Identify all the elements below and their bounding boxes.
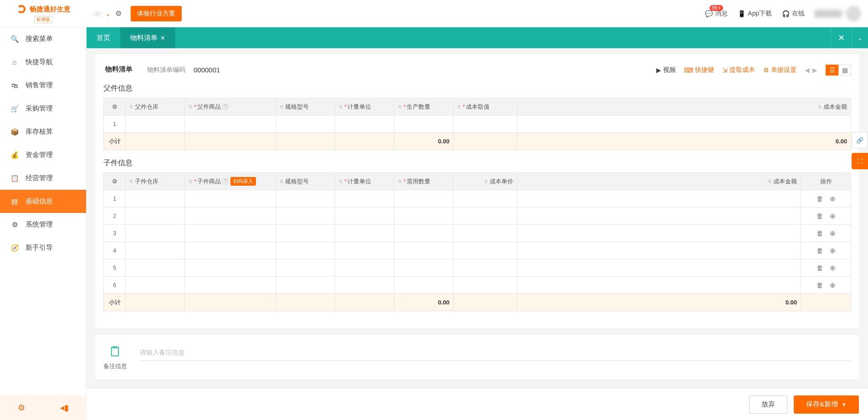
- child-row[interactable]: 1🗑⊕: [104, 190, 851, 207]
- delete-row-icon[interactable]: 🗑: [817, 195, 823, 203]
- col-child-costprice[interactable]: ⇅成本单价: [454, 173, 517, 190]
- help-icon[interactable]: ?: [222, 104, 229, 110]
- col-parent-costbasis[interactable]: ⇅*成本取值: [454, 98, 517, 116]
- column-settings-icon[interactable]: ⚙: [112, 178, 117, 185]
- view-card-button[interactable]: ▦: [838, 65, 851, 76]
- delete-row-icon[interactable]: 🗑: [817, 247, 823, 255]
- cell[interactable]: [126, 259, 185, 277]
- tab-more-button[interactable]: ⌄: [852, 27, 868, 48]
- close-all-tabs-button[interactable]: ✕: [831, 27, 852, 48]
- column-settings-icon[interactable]: ⚙: [112, 103, 117, 110]
- cell[interactable]: [394, 116, 454, 133]
- col-parent-spec[interactable]: ⇅规格型号: [276, 98, 335, 116]
- cell[interactable]: [454, 277, 517, 294]
- cell[interactable]: [394, 190, 454, 207]
- scan-input-badge[interactable]: 扫码录入: [230, 177, 256, 186]
- cell[interactable]: [335, 277, 394, 294]
- col-parent-warehouse[interactable]: ⇅父件仓库: [126, 98, 185, 116]
- cell[interactable]: [276, 116, 335, 133]
- cell[interactable]: [335, 190, 394, 207]
- col-child-warehouse[interactable]: ⇅子件仓库: [126, 173, 185, 190]
- add-row-icon[interactable]: ⊕: [830, 247, 836, 255]
- user-menu[interactable]: [815, 6, 861, 21]
- cell[interactable]: [454, 225, 517, 242]
- cell[interactable]: [517, 259, 801, 277]
- col-child-spec[interactable]: ⇅规格型号: [276, 173, 335, 190]
- child-row[interactable]: 2🗑⊕: [104, 207, 851, 225]
- cell[interactable]: [126, 190, 185, 207]
- messages-button[interactable]: 💬 消息 99 +: [705, 10, 728, 18]
- discard-button[interactable]: 放弃: [749, 395, 787, 414]
- company-selector[interactable]: — ⌄ ⚙: [93, 9, 122, 18]
- cell[interactable]: [126, 242, 185, 259]
- cell[interactable]: [517, 190, 801, 207]
- prev-record-button[interactable]: ◀: [805, 66, 810, 74]
- col-parent-product[interactable]: ⇅*父件商品?: [185, 98, 276, 116]
- view-list-button[interactable]: ☰: [826, 65, 838, 76]
- cell[interactable]: [454, 242, 517, 259]
- cell[interactable]: [185, 116, 276, 133]
- parent-row[interactable]: 1: [104, 116, 851, 133]
- cell[interactable]: [454, 116, 517, 133]
- cell[interactable]: [126, 116, 185, 133]
- cell[interactable]: [394, 259, 454, 277]
- col-parent-costamount[interactable]: ⇅成本金额: [517, 98, 851, 116]
- cell[interactable]: [335, 225, 394, 242]
- cell[interactable]: [517, 116, 851, 133]
- col-child-unit[interactable]: ⇅*计量单位: [335, 173, 394, 190]
- delete-row-icon[interactable]: 🗑: [817, 281, 823, 289]
- cell[interactable]: [126, 225, 185, 242]
- cell[interactable]: [185, 242, 276, 259]
- delete-row-icon[interactable]: 🗑: [817, 229, 823, 238]
- cell[interactable]: [276, 207, 335, 225]
- extract-cost-button[interactable]: ⇲提取成本: [722, 66, 755, 74]
- delete-row-icon[interactable]: 🗑: [817, 264, 823, 272]
- company-settings-icon[interactable]: ⚙: [115, 9, 122, 18]
- cell[interactable]: [454, 207, 517, 225]
- sidebar-item-purchase[interactable]: 🛒采购管理: [0, 97, 86, 120]
- col-parent-qty[interactable]: ⇅*生产数量: [394, 98, 454, 116]
- industry-plan-button[interactable]: 体验行业方案: [131, 6, 182, 21]
- col-parent-unit[interactable]: ⇅*计量单位: [335, 98, 394, 116]
- sidebar-item-inventory[interactable]: 📦库存核算: [0, 120, 86, 143]
- add-row-icon[interactable]: ⊕: [830, 195, 836, 203]
- cell[interactable]: [276, 242, 335, 259]
- online-support-button[interactable]: 🎧 在线: [782, 10, 805, 18]
- cell[interactable]: [185, 190, 276, 207]
- cell[interactable]: [335, 207, 394, 225]
- cell[interactable]: [517, 277, 801, 294]
- cell[interactable]: [126, 277, 185, 294]
- attachment-button[interactable]: 🔗: [852, 132, 868, 148]
- cell[interactable]: [276, 277, 335, 294]
- cell[interactable]: [185, 225, 276, 242]
- add-row-icon[interactable]: ⊕: [830, 212, 836, 220]
- cell[interactable]: [185, 207, 276, 225]
- tab-bom[interactable]: 物料清单 ✕: [120, 27, 175, 48]
- tab-close-icon[interactable]: ✕: [160, 35, 165, 41]
- child-row[interactable]: 4🗑⊕: [104, 242, 851, 259]
- fullscreen-button[interactable]: ⛶: [852, 153, 868, 169]
- col-child-qty[interactable]: ⇅*需用数量: [394, 173, 454, 190]
- cell[interactable]: [394, 207, 454, 225]
- shortcut-button[interactable]: ⌨快捷键: [684, 66, 714, 74]
- cell[interactable]: [185, 259, 276, 277]
- sidebar-item-basicinfo[interactable]: ▤基础信息: [0, 190, 86, 213]
- cell[interactable]: [394, 277, 454, 294]
- next-record-button[interactable]: ▶: [812, 66, 817, 74]
- col-child-product[interactable]: ⇅*子件商品?扫码录入: [185, 173, 276, 190]
- doc-settings-button[interactable]: ⚙单据设置: [763, 66, 797, 74]
- app-download-button[interactable]: 📱 App下载: [738, 10, 772, 18]
- help-icon[interactable]: ?: [222, 178, 229, 185]
- child-row[interactable]: 3🗑⊕: [104, 225, 851, 242]
- cell[interactable]: [335, 259, 394, 277]
- add-row-icon[interactable]: ⊕: [830, 264, 836, 272]
- col-child-costamount[interactable]: ⇅成本金额: [517, 173, 801, 190]
- save-and-new-button[interactable]: 保存&新增 ▼: [794, 395, 859, 414]
- delete-row-icon[interactable]: 🗑: [817, 212, 823, 220]
- cell[interactable]: [394, 225, 454, 242]
- sidebar-item-system[interactable]: ⚙系统管理: [0, 213, 86, 236]
- add-row-icon[interactable]: ⊕: [830, 281, 836, 289]
- cell[interactable]: [454, 259, 517, 277]
- sidebar-collapse-icon[interactable]: ◂▮: [60, 403, 69, 413]
- sidebar-item-sales[interactable]: 🛍销售管理: [0, 74, 86, 97]
